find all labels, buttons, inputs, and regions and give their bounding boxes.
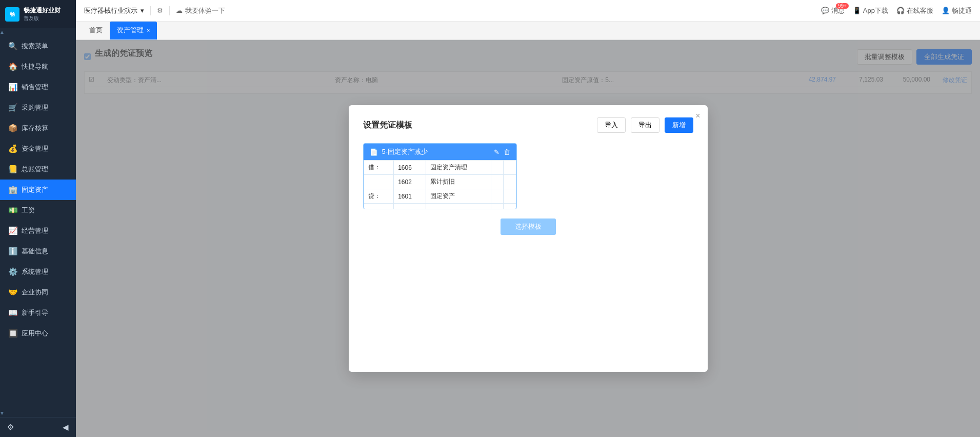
tab-close-icon[interactable]: × (147, 27, 150, 33)
message-badge: 99+ (836, 3, 849, 9)
gear-icon: ⚙ (157, 7, 163, 14)
template-card: 📄 5-固定资产减少 ✎ 🗑 借： 1606 (363, 143, 517, 209)
sidebar-item-label: 应用中心 (22, 329, 48, 338)
company-selector[interactable]: 医疗器械行业演示 ▾ (84, 6, 144, 15)
assets-icon: 🏢 (8, 185, 17, 194)
sidebar-item-label: 企业协同 (22, 288, 48, 297)
direction-cell (364, 175, 394, 189)
home-icon: 🏠 (8, 62, 17, 71)
tab-home[interactable]: 首页 (82, 22, 110, 39)
sidebar-item-label: 库存核算 (22, 124, 48, 133)
download-icon: 📱 (853, 7, 861, 14)
account-code-cell: 1606 (394, 161, 426, 175)
template-card-header: 📄 5-固定资产减少 ✎ 🗑 (364, 144, 516, 160)
system-icon: ⚙️ (8, 267, 17, 276)
sidebar-item-basic[interactable]: ℹ️ 基础信息 (0, 241, 76, 262)
sidebar-item-label: 资金管理 (22, 144, 48, 153)
sidebar: 畅 畅捷通好业财 普及版 ▲ 🔍 搜索菜单 🏠 快捷导航 📊 销售管理 🛒 采购… (0, 0, 76, 437)
message-btn[interactable]: 💬 消息 99+ (821, 6, 845, 15)
export-btn[interactable]: 导出 (631, 117, 659, 133)
app-logo: 畅 (5, 7, 19, 22)
user-icon: 👤 (942, 7, 950, 14)
payroll-icon: 💵 (8, 206, 17, 215)
sidebar-item-label: 快捷导航 (22, 62, 48, 71)
sidebar-scroll-up[interactable]: ▲ (0, 28, 4, 36)
settings-gear[interactable]: ⚙ (157, 7, 163, 14)
sidebar-scroll-down[interactable]: ▼ (0, 409, 4, 417)
sidebar-item-inventory[interactable]: 📦 库存核算 (0, 118, 76, 138)
sidebar-item-enterprise[interactable]: 🤝 企业协同 (0, 282, 76, 303)
sidebar-item-label: 工资 (22, 206, 35, 215)
user-btn[interactable]: 👤 畅捷通 (942, 6, 972, 15)
inventory-icon: 📦 (8, 124, 17, 133)
top-navbar: 医疗器械行业演示 ▾ ⚙ ☁ 我要体验一下 💬 消息 99+ 📱 App下载 🎧… (76, 0, 980, 22)
sidebar-item-system[interactable]: ⚙️ 系统管理 (0, 262, 76, 282)
sidebar-item-quicknav[interactable]: 🏠 快捷导航 (0, 56, 76, 77)
tab-assets[interactable]: 资产管理 × (110, 22, 157, 39)
sidebar-item-label: 系统管理 (22, 267, 48, 276)
sidebar-item-capital[interactable]: 💰 资金管理 (0, 138, 76, 159)
app-subtitle: 普及版 (24, 15, 61, 22)
content-area: 生成的凭证预览 批量调整模板 全部生成凭证 ☑ 变动类型：资产清... 资产名称… (76, 40, 980, 437)
account-name-cell: 累计折旧 (426, 175, 491, 189)
service-label: 在线客服 (907, 6, 933, 15)
purchase-icon: 🛒 (8, 103, 17, 112)
nav-divider2 (169, 6, 170, 15)
sidebar-item-sales[interactable]: 📊 销售管理 (0, 77, 76, 97)
template-card-label: 5-固定资产减少 (382, 147, 428, 156)
basic-icon: ℹ️ (8, 247, 17, 256)
credit-cell (504, 189, 516, 204)
template-delete-icon[interactable]: 🗑 (504, 148, 510, 156)
download-btn[interactable]: 📱 App下载 (853, 6, 888, 15)
sidebar-item-label: 固定资产 (22, 185, 48, 194)
ledger-icon: 📒 (8, 165, 17, 174)
sidebar-item-appcenter[interactable]: 🔲 应用中心 (0, 323, 76, 344)
experience-btn[interactable]: ☁ 我要体验一下 (176, 6, 225, 15)
download-label: App下载 (863, 6, 888, 15)
sidebar-item-assets[interactable]: 🏢 固定资产 (0, 180, 76, 200)
table-row: 贷： 1601 固定资产 (364, 189, 516, 204)
enterprise-icon: 🤝 (8, 288, 17, 297)
import-btn[interactable]: 导入 (597, 117, 626, 133)
sidebar-item-label: 基础信息 (22, 247, 48, 256)
modal-header-buttons: 导入 导出 新增 (597, 117, 693, 133)
cloud-icon: ☁ (176, 7, 183, 14)
settings-bottom-icon[interactable]: ⚙ (7, 423, 14, 432)
nav-divider (150, 6, 151, 15)
template-edit-icon[interactable]: ✎ (494, 148, 499, 156)
select-template-btn[interactable]: 选择模板 (501, 218, 556, 235)
sidebar-item-label: 销售管理 (22, 83, 48, 92)
credit-cell (504, 161, 516, 175)
sidebar-bottom: ⚙ ◀ (0, 417, 76, 437)
modal-close-btn[interactable]: × (695, 111, 700, 121)
sidebar-item-ledger[interactable]: 📒 总账管理 (0, 159, 76, 180)
experience-label: 我要体验一下 (185, 6, 225, 15)
app-title: 畅捷通好业财 (24, 6, 61, 15)
debit-cell (491, 204, 503, 209)
sidebar-item-guide[interactable]: 📖 新手引导 (0, 303, 76, 323)
tab-assets-label: 资产管理 (117, 26, 144, 35)
collapse-icon[interactable]: ◀ (63, 423, 69, 432)
credit-cell (504, 204, 516, 209)
sidebar-item-label: 经营管理 (22, 226, 48, 235)
sidebar-item-payroll[interactable]: 💵 工资 (0, 200, 76, 221)
capital-icon: 💰 (8, 144, 17, 153)
debit-cell (491, 189, 503, 204)
sidebar-item-purchase[interactable]: 🛒 采购管理 (0, 97, 76, 118)
sidebar-nav: 🔍 搜索菜单 🏠 快捷导航 📊 销售管理 🛒 采购管理 📦 库存核算 💰 资金管… (0, 36, 76, 409)
debit-cell (491, 175, 503, 189)
sidebar-item-search[interactable]: 🔍 搜索菜单 (0, 36, 76, 56)
appcenter-icon: 🔲 (8, 329, 17, 338)
service-btn[interactable]: 🎧 在线客服 (896, 6, 933, 15)
sidebar-item-label: 总账管理 (22, 165, 48, 174)
direction-cell: 借： (364, 161, 394, 175)
account-name-cell: 固定资产清理 (426, 161, 491, 175)
company-name: 医疗器械行业演示 (84, 6, 137, 15)
direction-cell (364, 204, 394, 209)
new-btn[interactable]: 新增 (665, 117, 693, 133)
account-code-cell (394, 204, 426, 209)
sidebar-item-operations[interactable]: 📈 经营管理 (0, 221, 76, 241)
direction-cell: 贷： (364, 189, 394, 204)
sidebar-item-label: 新手引导 (22, 308, 48, 317)
template-table: 借： 1606 固定资产清理 1602 累计折旧 (364, 160, 516, 209)
